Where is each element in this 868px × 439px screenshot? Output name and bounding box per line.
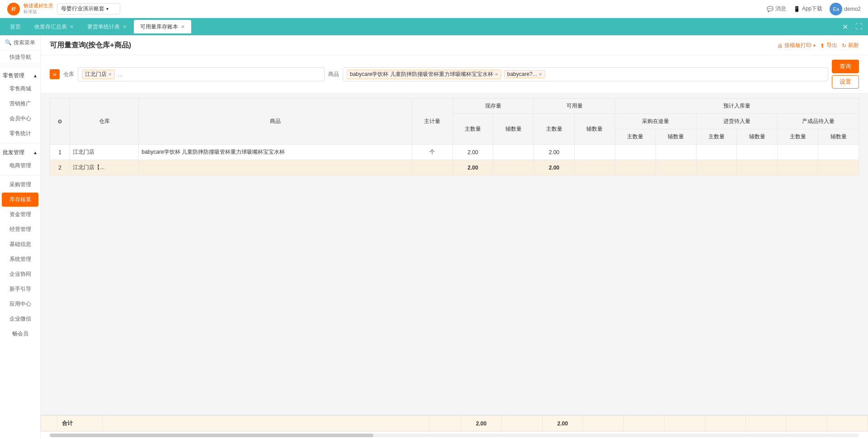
table-row[interactable]: 1 江北门店 babycare学饮杯 儿童防摔防撞吸管杯重力球吸嘴杯宝宝水杯 个… bbox=[50, 145, 859, 160]
col-planned-in-group: 预计入库量 bbox=[615, 99, 859, 114]
row2-current-main: 2.00 bbox=[453, 160, 493, 175]
sidebar-item-operation[interactable]: 经营管理 bbox=[2, 222, 38, 236]
row1-pp-aux bbox=[818, 145, 859, 160]
logo-sub: 标准版 bbox=[24, 9, 53, 15]
total-empty-3 bbox=[429, 416, 461, 431]
refresh-icon: ↻ bbox=[842, 42, 846, 49]
tab-order-stats-close[interactable]: ✕ bbox=[123, 24, 127, 30]
sidebar-item-inventory[interactable]: 库存核算 bbox=[2, 193, 38, 207]
sidebar-item-ecommerce[interactable]: 电商管理 bbox=[2, 159, 38, 173]
warehouse-dots[interactable]: ... bbox=[118, 71, 123, 78]
table-row[interactable]: 2 江北门店【... 2.00 2.00 bbox=[50, 160, 859, 175]
settings-button[interactable]: 设置 bbox=[832, 75, 859, 89]
col-product: 商品 bbox=[139, 99, 412, 145]
product-label: 商品 bbox=[328, 71, 339, 78]
expand-btn[interactable]: ⛶ bbox=[854, 22, 864, 32]
user-menu[interactable]: Ea demo2 bbox=[830, 3, 861, 15]
sidebar-item-vip[interactable]: 畅会员 bbox=[2, 327, 38, 341]
col-available-main: 主数量 bbox=[534, 114, 575, 145]
col-pt-main: 主数量 bbox=[615, 129, 656, 145]
scrollbar-thumb[interactable] bbox=[50, 434, 373, 437]
warehouse-tag-close[interactable]: ✕ bbox=[108, 72, 112, 77]
content: 可用量查询(按仓库+商品) 🖨 按模板打印 ▾ ⬆ 导出 ↻ 刷新 bbox=[41, 35, 868, 439]
total-inc-aux bbox=[746, 416, 787, 431]
sidebar-item-enterprise[interactable]: 企业协同 bbox=[2, 267, 38, 281]
sidebar-item-member[interactable]: 会员中心 bbox=[2, 112, 38, 126]
chevron-down-icon: ▾ bbox=[106, 6, 108, 11]
table-container[interactable]: ⚙ 仓库 商品 主计量 现存量 bbox=[41, 94, 868, 415]
sidebar-item-finance[interactable]: 资金管理 bbox=[2, 208, 38, 222]
sidebar-item-retail-stats[interactable]: 零售统计 bbox=[2, 127, 38, 141]
sidebar-search[interactable]: 🔍 搜索菜单 bbox=[0, 35, 40, 51]
row2-pt-aux bbox=[656, 160, 696, 175]
tab-home[interactable]: 首页 bbox=[4, 20, 27, 33]
row2-pt-main bbox=[615, 160, 656, 175]
sidebar-item-retail-mall[interactable]: 零售商城 bbox=[2, 82, 38, 96]
sidebar-item-basic[interactable]: 基础信息 bbox=[2, 237, 38, 251]
app-download-action[interactable]: 📱 App下载 bbox=[793, 5, 822, 13]
filter-expand-btn[interactable]: » bbox=[50, 69, 60, 79]
row1-current-main: 2.00 bbox=[453, 145, 493, 160]
print-btn[interactable]: 🖨 按模板打印 ▾ bbox=[777, 42, 816, 49]
sidebar-item-guide[interactable]: 新手引导 bbox=[2, 282, 38, 296]
close-tab-btn[interactable]: ✕ bbox=[840, 22, 850, 32]
col-available-group: 可用量 bbox=[534, 99, 615, 114]
tab-home-label: 首页 bbox=[10, 23, 21, 31]
tab-bar-right: ✕ ⛶ bbox=[840, 22, 864, 32]
tab-receive-send[interactable]: 收发存汇总表 ✕ bbox=[28, 20, 80, 33]
product-filter-input[interactable]: babycare学饮杯 儿童防摔防撞吸管杯重力球吸嘴杯宝宝水杯 ✕ babyca… bbox=[343, 67, 828, 81]
warehouse-label: 仓库 bbox=[63, 71, 74, 78]
product-tag-1[interactable]: babycare学饮杯 儿童防摔防撞吸管杯重力球吸嘴杯宝宝水杯 ✕ bbox=[347, 70, 501, 79]
tab-available-stock-close[interactable]: ✕ bbox=[181, 24, 185, 30]
col-current-aux: 辅数量 bbox=[493, 114, 534, 145]
page-header: 可用量查询(按仓库+商品) 🖨 按模板打印 ▾ ⬆ 导出 ↻ 刷新 bbox=[41, 35, 868, 55]
query-button[interactable]: 查询 bbox=[832, 60, 859, 73]
sidebar-quick-nav[interactable]: 快捷导航 bbox=[0, 51, 40, 64]
product-tag-2[interactable]: babycare?... ✕ bbox=[504, 70, 545, 78]
export-btn[interactable]: ⬆ 导出 bbox=[820, 42, 837, 49]
sidebar-item-app-center[interactable]: 应用中心 bbox=[2, 297, 38, 311]
warehouse-filter-input[interactable]: 江北门店 ✕ ... bbox=[78, 67, 325, 81]
sidebar-item-purchase[interactable]: 采购管理 bbox=[2, 178, 38, 192]
scrollbar-area[interactable] bbox=[41, 431, 868, 439]
total-pt-main bbox=[624, 416, 665, 431]
top-bar-right: 💬 消息 📱 App下载 Ea demo2 bbox=[767, 3, 861, 15]
col-purchase-transit-group: 采购在途量 bbox=[615, 114, 696, 129]
logo-icon: 好 bbox=[7, 3, 20, 15]
row1-pp-main bbox=[778, 145, 818, 160]
chevron-print: ▾ bbox=[813, 43, 816, 48]
page-title: 可用量查询(按仓库+商品) bbox=[50, 41, 131, 50]
total-inc-main bbox=[705, 416, 746, 431]
sidebar-item-system[interactable]: 系统管理 bbox=[2, 252, 38, 266]
industry-selector[interactable]: 母婴行业演示账套 ▾ bbox=[57, 3, 120, 14]
sidebar-divider-2 bbox=[0, 143, 40, 143]
row1-inc-main bbox=[696, 145, 737, 160]
row2-product bbox=[139, 160, 412, 175]
col-inc-aux: 辅数量 bbox=[737, 129, 778, 145]
row2-index: 2 bbox=[50, 160, 70, 175]
product-tag-2-close[interactable]: ✕ bbox=[538, 72, 542, 77]
col-product-pending-group: 产成品待入量 bbox=[778, 114, 859, 129]
sidebar-divider-3 bbox=[0, 175, 40, 175]
col-settings[interactable]: ⚙ bbox=[50, 99, 70, 145]
total-pt-aux bbox=[665, 416, 705, 431]
row1-warehouse: 江北门店 bbox=[70, 145, 139, 160]
tab-available-stock[interactable]: 可用量库存账本 ✕ bbox=[134, 20, 191, 33]
col-available-aux: 辅数量 bbox=[575, 114, 615, 145]
tab-receive-send-close[interactable]: ✕ bbox=[70, 24, 74, 30]
top-bar: 好 畅捷通好生意 标准版 母婴行业演示账套 ▾ 💬 消息 📱 App下载 Ea … bbox=[0, 0, 868, 18]
refresh-btn[interactable]: ↻ 刷新 bbox=[842, 42, 859, 49]
row1-product: babycare学饮杯 儿童防摔防撞吸管杯重力球吸嘴杯宝宝水杯 bbox=[139, 145, 412, 160]
tab-order-stats[interactable]: 要货单统计表 ✕ bbox=[81, 20, 133, 33]
table-footer: 合计 2.00 2.00 bbox=[41, 415, 868, 439]
col-pt-aux: 辅数量 bbox=[656, 129, 696, 145]
sidebar-group-retail[interactable]: 零售管理 ▲ bbox=[0, 68, 40, 81]
sidebar-item-marketing[interactable]: 营销推广 bbox=[2, 97, 38, 111]
product-tag-1-close[interactable]: ✕ bbox=[495, 72, 498, 77]
sidebar-group-wholesale[interactable]: 批发管理 ▲ bbox=[0, 145, 40, 158]
row2-current-aux bbox=[493, 160, 534, 175]
warehouse-tag[interactable]: 江北门店 ✕ bbox=[82, 70, 115, 79]
scrollbar-track[interactable] bbox=[50, 434, 859, 437]
message-action[interactable]: 💬 消息 bbox=[767, 5, 786, 13]
sidebar-item-wechat[interactable]: 企业微信 bbox=[2, 312, 38, 326]
